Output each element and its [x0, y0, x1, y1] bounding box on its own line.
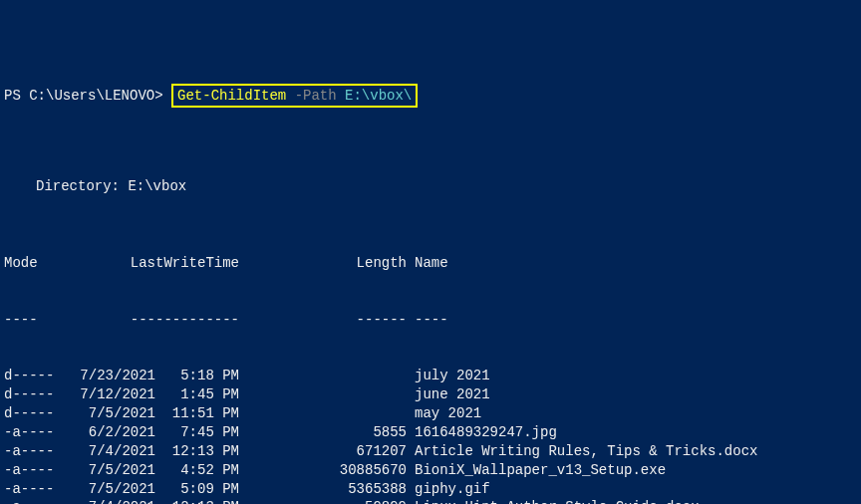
header-lastwrite: LastWriteTime: [64, 254, 247, 273]
command-param-value: E:\vbox\: [345, 87, 412, 106]
cell-datetime: 7/5/2021 5:09 PM: [64, 480, 247, 499]
cell-name: june 2021: [415, 385, 857, 404]
cell-mode: -a----: [4, 498, 64, 504]
cell-datetime: 7/4/2021 12:13 PM: [64, 442, 247, 461]
table-row: d----- 7/5/2021 11:51 PMmay 2021: [4, 404, 857, 423]
cell-mode: d-----: [4, 404, 64, 423]
header-name: Name: [415, 254, 857, 273]
cell-datetime: 7/5/2021 4:52 PM: [64, 461, 247, 480]
cell-datetime: 7/23/2021 5:18 PM: [64, 367, 247, 385]
cell-mode: d-----: [4, 367, 64, 385]
table-row: d----- 7/23/2021 5:18 PMjuly 2021: [4, 367, 857, 385]
cell-mode: -a----: [4, 461, 64, 480]
cell-name: Linux Hint Author Style Guide.docx: [415, 498, 857, 504]
table-header: ModeLastWriteTimeLengthName: [4, 254, 857, 273]
cell-length: 5365388: [247, 480, 415, 499]
cell-datetime: 7/5/2021 11:51 PM: [64, 404, 247, 423]
command-cmdlet: Get-ChildItem: [177, 87, 286, 106]
cell-name: may 2021: [415, 404, 857, 423]
table-row: -a---- 7/5/2021 4:52 PM30885670BioniX_Wa…: [4, 461, 857, 480]
cell-mode: -a----: [4, 480, 64, 499]
table-row: -a---- 7/4/2021 12:13 PM59899Linux Hint …: [4, 498, 857, 504]
cell-length: 671207: [247, 442, 415, 461]
table-row: -a---- 7/5/2021 5:09 PM5365388giphy.gif: [4, 480, 857, 499]
cell-name: BioniX_Wallpaper_v13_Setup.exe: [415, 461, 857, 480]
prompt-prefix: PS C:\Users\LENOVO>: [4, 87, 171, 106]
rows-container: d----- 7/23/2021 5:18 PMjuly 2021d----- …: [4, 367, 857, 504]
header-length: Length: [247, 254, 415, 273]
table-divider: ---------------------------: [4, 311, 857, 330]
command-param-name: -Path: [286, 87, 345, 106]
table-row: -a---- 6/2/2021 7:45 PM58551616489329247…: [4, 423, 857, 442]
directory-label: Directory: E:\vbox: [4, 177, 857, 196]
table-row: d----- 7/12/2021 1:45 PMjune 2021: [4, 385, 857, 404]
cell-length: [247, 385, 415, 404]
cell-name: Article Writing Rules, Tips & Tricks.doc…: [415, 442, 857, 461]
cell-name: giphy.gif: [415, 480, 857, 499]
cell-mode: -a----: [4, 442, 64, 461]
header-mode: Mode: [4, 254, 64, 273]
cell-length: 5855: [247, 423, 415, 442]
cell-mode: -a----: [4, 423, 64, 442]
cell-datetime: 6/2/2021 7:45 PM: [64, 423, 247, 442]
cell-length: 30885670: [247, 461, 415, 480]
cell-length: [247, 404, 415, 423]
prompt-line[interactable]: PS C:\Users\LENOVO> Get-ChildItem -Path …: [4, 84, 857, 109]
cell-datetime: 7/4/2021 12:13 PM: [64, 498, 247, 504]
cell-length: 59899: [247, 498, 415, 504]
cell-name: july 2021: [415, 367, 857, 385]
table-row: -a---- 7/4/2021 12:13 PM671207Article Wr…: [4, 442, 857, 461]
command-highlight: Get-ChildItem -Path E:\vbox\: [171, 84, 418, 109]
cell-datetime: 7/12/2021 1:45 PM: [64, 385, 247, 404]
cell-name: 1616489329247.jpg: [415, 423, 857, 442]
cell-mode: d-----: [4, 385, 64, 404]
cell-length: [247, 367, 415, 385]
